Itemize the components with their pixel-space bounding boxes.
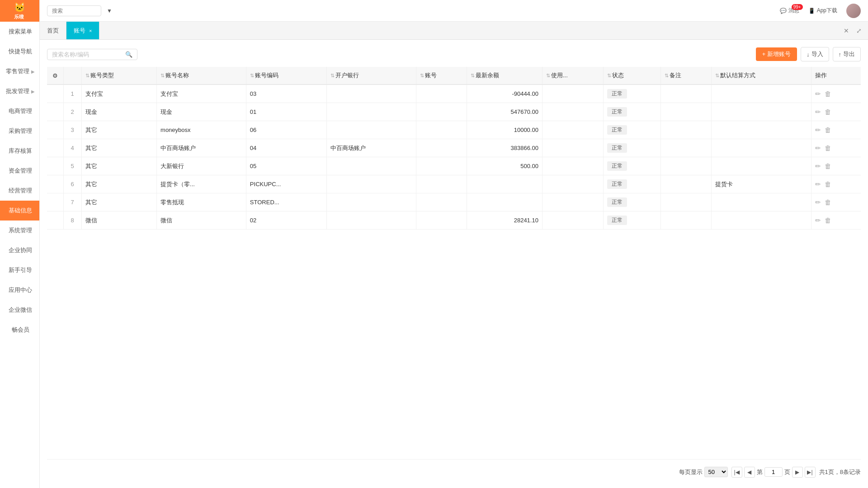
row-settings xyxy=(47,139,63,157)
th-balance[interactable]: ⇅最新余额 xyxy=(467,67,542,84)
edit-icon[interactable]: ✏ xyxy=(815,108,821,116)
user-avatar[interactable] xyxy=(846,4,861,18)
page-number-input[interactable] xyxy=(764,467,783,477)
row-name: 支付宝 xyxy=(157,84,246,103)
row-usage xyxy=(542,193,603,211)
import-button[interactable]: ↓ 导入 xyxy=(801,47,829,61)
topbar-left: ▼ xyxy=(47,5,112,16)
search-box[interactable]: 🔍 xyxy=(47,49,137,60)
sidebar-item-quick-nav[interactable]: 快捷导航 xyxy=(0,42,39,61)
sidebar-item-system[interactable]: 系统管理 xyxy=(0,221,39,240)
next-page-button[interactable]: ▶ xyxy=(792,467,803,478)
topbar-dropdown[interactable]: ▼ xyxy=(107,8,112,14)
delete-icon[interactable]: 🗑 xyxy=(825,90,831,98)
sidebar-item-cooperation[interactable]: 企业协同 xyxy=(0,240,39,260)
th-name[interactable]: ⇅账号名称 xyxy=(157,67,246,84)
row-code: 06 xyxy=(246,121,326,139)
row-num: 4 xyxy=(63,139,81,157)
phone-icon: 📱 xyxy=(808,8,815,14)
sidebar-item-finance[interactable]: 资金管理 xyxy=(0,161,39,181)
th-remark[interactable]: ⇅备注 xyxy=(660,67,711,84)
sidebar-item-wholesale[interactable]: 批发管理▶ xyxy=(0,81,39,101)
pagination: 每页显示 50 100 200 |◀ ◀ 第 页 ▶ ▶| 共1页，8条记录 xyxy=(47,459,861,481)
row-status: 正常 xyxy=(603,157,660,175)
delete-icon[interactable]: 🗑 xyxy=(825,216,831,224)
th-account[interactable]: ⇅账号 xyxy=(416,67,467,84)
th-bank[interactable]: ⇅开户银行 xyxy=(327,67,416,84)
prev-page-button[interactable]: ◀ xyxy=(744,467,755,478)
tabbar-actions: ✕ ⤢ xyxy=(841,25,868,36)
tab-close-all-button[interactable]: ✕ xyxy=(841,25,852,36)
sidebar-item-basic-info[interactable]: 基础信息 xyxy=(0,201,39,221)
add-account-button[interactable]: + 新增账号 xyxy=(756,47,797,61)
row-num: 5 xyxy=(63,157,81,175)
per-page-selector[interactable]: 每页显示 50 100 200 xyxy=(679,467,728,477)
th-settings[interactable]: ⚙ xyxy=(47,67,63,84)
sidebar-item-search-menu[interactable]: 搜索菜单 xyxy=(0,22,39,42)
sidebar-item-ecommerce[interactable]: 电商管理 xyxy=(0,101,39,121)
toolbar-right: + 新增账号 ↓ 导入 ↑ 导出 xyxy=(756,47,861,61)
sidebar-item-member[interactable]: 畅会员 xyxy=(0,320,39,340)
row-balance: 500.00 xyxy=(467,157,542,175)
delete-icon[interactable]: 🗑 xyxy=(825,180,831,188)
row-default-settlement xyxy=(712,157,811,175)
row-usage xyxy=(542,211,603,230)
edit-icon[interactable]: ✏ xyxy=(815,162,821,170)
edit-icon[interactable]: ✏ xyxy=(815,144,821,152)
delete-icon[interactable]: 🗑 xyxy=(825,162,831,170)
sidebar-item-app-center[interactable]: 应用中心 xyxy=(0,280,39,300)
page-navigation: |◀ ◀ 第 页 ▶ ▶| xyxy=(731,467,816,478)
row-bank xyxy=(327,175,416,193)
last-page-button[interactable]: ▶| xyxy=(805,467,816,478)
edit-icon[interactable]: ✏ xyxy=(815,126,821,134)
edit-icon[interactable]: ✏ xyxy=(815,198,821,206)
row-usage xyxy=(542,121,603,139)
delete-icon[interactable]: 🗑 xyxy=(825,144,831,152)
sidebar-item-operation[interactable]: 经营管理 xyxy=(0,181,39,201)
row-status: 正常 xyxy=(603,121,660,139)
sidebar-item-retail[interactable]: 零售管理▶ xyxy=(0,61,39,81)
delete-icon[interactable]: 🗑 xyxy=(825,126,831,134)
sidebar-item-guide[interactable]: 新手引导 xyxy=(0,260,39,280)
sidebar-item-inventory[interactable]: 库存核算 xyxy=(0,141,39,161)
th-code[interactable]: ⇅账号编码 xyxy=(246,67,326,84)
row-code: 05 xyxy=(246,157,326,175)
edit-icon[interactable]: ✏ xyxy=(815,216,821,225)
row-usage xyxy=(542,84,603,103)
search-input[interactable] xyxy=(52,51,123,58)
sidebar-item-purchase[interactable]: 采购管理 xyxy=(0,121,39,141)
row-name: 大新银行 xyxy=(157,157,246,175)
edit-icon[interactable]: ✏ xyxy=(815,180,821,188)
th-usage[interactable]: ⇅使用... xyxy=(542,67,603,84)
first-page-button[interactable]: |◀ xyxy=(731,467,742,478)
tab-expand-button[interactable]: ⤢ xyxy=(854,25,864,36)
delete-icon[interactable]: 🗑 xyxy=(825,198,831,206)
per-page-label: 每页显示 xyxy=(679,468,703,476)
topbar-search-input[interactable] xyxy=(47,5,101,16)
search-icon: 🔍 xyxy=(125,51,132,58)
row-balance: 383866.00 xyxy=(467,139,542,157)
tab-home[interactable]: 首页 xyxy=(40,22,66,39)
sidebar-item-wechat[interactable]: 企业微信 xyxy=(0,300,39,320)
th-status[interactable]: ⇅状态 xyxy=(603,67,660,84)
export-button[interactable]: ↑ 导出 xyxy=(833,47,861,61)
row-code: 03 xyxy=(246,84,326,103)
status-badge: 正常 xyxy=(607,107,627,117)
app-download-button[interactable]: 📱 App下载 xyxy=(808,7,837,14)
per-page-select[interactable]: 50 100 200 xyxy=(704,467,728,477)
row-settings xyxy=(47,211,63,230)
tab-account[interactable]: 账号 × xyxy=(66,22,99,39)
import-icon: ↓ xyxy=(807,51,810,58)
message-button[interactable]: 💬 消息 99+ xyxy=(780,7,799,14)
th-default-settlement[interactable]: ⇅默认结算方式 xyxy=(712,67,811,84)
table-row: 6 其它 提货卡（零... PICKUPC... 正常 提货卡 ✏ 🗑 xyxy=(47,175,861,193)
row-account xyxy=(416,103,467,121)
delete-icon[interactable]: 🗑 xyxy=(825,108,831,116)
th-type[interactable]: ⇅账号类型 xyxy=(81,67,157,84)
edit-icon[interactable]: ✏ xyxy=(815,90,821,98)
tab-account-close[interactable]: × xyxy=(89,28,92,33)
status-badge: 正常 xyxy=(607,143,627,153)
row-bank xyxy=(327,157,416,175)
row-bank xyxy=(327,211,416,230)
row-bank xyxy=(327,103,416,121)
